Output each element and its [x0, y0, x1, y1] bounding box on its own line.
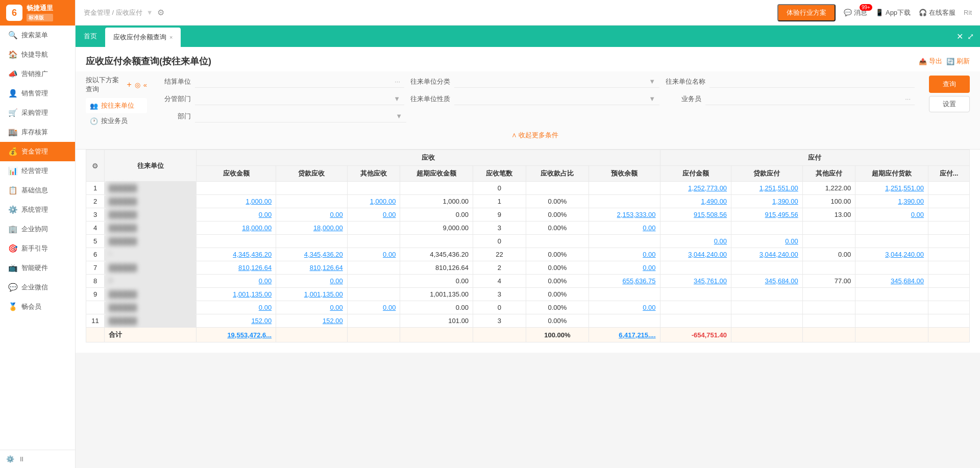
sidebar-label-inventory: 库存核算 [21, 128, 48, 137]
chat-icon: 💬 [8, 283, 17, 292]
col-overdue-payable: 超期应付货款 [855, 166, 928, 182]
sidebar-item-basic-info[interactable]: 📋 基础信息 [0, 181, 75, 200]
total-payable-extra [928, 328, 970, 342]
clipboard-icon: 📋 [8, 186, 17, 195]
sidebar: 6 畅捷通里 标准版 🔍 搜索菜单 🏠 快捷导航 📣 营销推广 👤 销售管理 🛒… [0, 0, 76, 468]
filter-target-icon[interactable]: ◎ [135, 81, 140, 89]
table-row: 11██████152.00152.00101.0030.00% [86, 314, 970, 328]
sidebar-label-enterprise: 企业协同 [21, 225, 48, 234]
topbar-nav: 资金管理 / 应收应付 ▼ ⚙ [84, 8, 769, 17]
table-row: 1██████01,252,773.001,251,551.001,222.00… [86, 182, 970, 195]
filter-collapse-icon[interactable]: « [143, 81, 147, 89]
cart-icon: 🛒 [8, 108, 17, 117]
query-button[interactable]: 查询 [929, 76, 970, 93]
total-receivable-amount[interactable]: 19,553,472,6... [197, 328, 276, 342]
filter-by-customer[interactable]: 👥 按往来单位 [86, 98, 147, 113]
sidebar-item-guide[interactable]: 🎯 新手引导 [0, 239, 75, 258]
sidebar-collapse-icon[interactable]: ⏸ [18, 455, 25, 463]
tab-close-icon[interactable]: × [169, 34, 173, 40]
sidebar-label-wechat: 企业微信 [21, 283, 48, 292]
sidebar-label-finance: 资金管理 [21, 147, 48, 156]
col-group-receivable: 应收 [197, 150, 660, 166]
department-select[interactable]: ▼ [195, 110, 406, 122]
home-icon: 🏠 [8, 50, 17, 59]
col-partner: 往来单位 [105, 150, 197, 182]
sidebar-item-system[interactable]: ⚙️ 系统管理 [0, 200, 75, 219]
sidebar-item-hardware[interactable]: 📺 智能硬件 [0, 258, 75, 278]
total-receivable-count [473, 328, 526, 342]
customer-service-label: 在线客服 [929, 8, 955, 17]
customer-service-button[interactable]: 🎧 在线客服 [919, 8, 955, 17]
dept-manager-select[interactable]: ▼ [195, 93, 404, 105]
sidebar-label-quick-nav: 快捷导航 [21, 50, 48, 59]
tab-ar-ap[interactable]: 应收应付余额查询 × [105, 28, 181, 47]
messages-button[interactable]: 💬 消息 99+ [844, 8, 867, 17]
tab-controls: ✕ ⤢ [957, 26, 980, 47]
sidebar-item-purchase[interactable]: 🛒 采购管理 [0, 103, 75, 122]
partner-nature-label: 往来单位性质 [410, 94, 450, 104]
total-overdue-payable [855, 328, 928, 342]
app-name: 畅捷通里 [27, 4, 53, 13]
col-payable-loan: 贷款应付 [731, 166, 803, 182]
chevron-up-icon: ∧ [511, 131, 517, 139]
sidebar-item-quick-nav[interactable]: 🏠 快捷导航 [0, 45, 75, 64]
total-label: 合计 [105, 328, 197, 342]
salesman-input[interactable]: ··· [705, 93, 915, 105]
sidebar-item-enterprise[interactable]: 🏢 企业协同 [0, 219, 75, 239]
sidebar-bottom: ⚙️ ⏸ [0, 450, 75, 468]
warehouse-icon: 🏬 [8, 128, 17, 137]
tabbar: 首页 应收应付余额查询 × ✕ ⤢ [76, 26, 980, 47]
table-row: ██████0.000.000.000.0000.00%0.00 [86, 301, 970, 314]
sidebar-item-finance[interactable]: 💰 资金管理 [0, 142, 75, 161]
sidebar-label-operations: 经营管理 [21, 166, 48, 176]
table-row: 9██████1,001,135.001,001,135.001,001,135… [86, 288, 970, 301]
partner-name-input[interactable] [709, 76, 915, 88]
collapse-filter-button[interactable]: ∧ 收起更多条件 [155, 128, 915, 143]
filter-salesman: 业务员 ··· [666, 93, 915, 105]
partner-category-select[interactable]: ▼ [454, 76, 659, 88]
app-download-button[interactable]: 📱 App下载 [875, 8, 911, 17]
total-label-num [86, 328, 105, 342]
user-account[interactable]: Rit [964, 9, 972, 16]
promo-button[interactable]: 体验行业方案 [777, 4, 836, 21]
phone-icon: 📱 [875, 9, 884, 16]
add-filter-icon[interactable]: + [127, 80, 131, 89]
filter-dept-manager: 分管部门 ▼ [155, 93, 404, 105]
finance-icon: 💰 [8, 147, 17, 156]
partner-nature-select[interactable]: ▼ [454, 93, 659, 105]
settlement-unit-input[interactable]: ··· [195, 76, 404, 88]
right-button-group: 查询 设置 [929, 76, 970, 143]
filter-header-label: 按以下方案查询 [86, 76, 124, 94]
sidebar-item-wechat[interactable]: 💬 企业微信 [0, 278, 75, 297]
message-badge: 99+ [860, 4, 872, 11]
tab-home-label: 首页 [84, 32, 97, 41]
gear-icon[interactable]: ⚙ [157, 8, 164, 17]
col-receivable-ratio: 应收款占比 [526, 166, 589, 182]
sidebar-item-sales[interactable]: 👤 销售管理 [0, 84, 75, 103]
data-table: ⚙ 往来单位 应收 应付 应收金额 贷款应收 其他应收 超期应收金额 应收笔数 [86, 150, 970, 342]
table-row: 2██████1,000.001,000.001,000.0010.00%1,4… [86, 195, 970, 208]
filter-by-salesman[interactable]: 🕐 按业务员 [86, 113, 147, 129]
sidebar-item-marketing[interactable]: 📣 营销推广 [0, 64, 75, 84]
col-overdue-receivable: 超期应收金额 [400, 166, 473, 182]
table-settings-button[interactable]: ⚙ [92, 162, 99, 170]
maximize-icon[interactable]: ⤢ [967, 32, 974, 41]
col-receivable-amount: 应收金额 [197, 166, 276, 182]
collapse-label: 收起更多条件 [519, 131, 558, 139]
sidebar-settings-icon[interactable]: ⚙️ [6, 455, 14, 463]
total-prepaid-balance[interactable]: 6,417,215.... [589, 328, 660, 342]
target-icon: 🎯 [8, 244, 17, 253]
sidebar-item-inventory[interactable]: 🏬 库存核算 [0, 122, 75, 142]
sidebar-item-operations[interactable]: 📊 经营管理 [0, 161, 75, 181]
export-button[interactable]: 📤 导出 [919, 57, 942, 66]
settings-button[interactable]: 设置 [929, 96, 970, 112]
tab-home[interactable]: 首页 [76, 26, 105, 47]
refresh-button[interactable]: 🔄 刷新 [946, 57, 970, 66]
close-window-icon[interactable]: ✕ [957, 32, 963, 41]
sidebar-item-search[interactable]: 🔍 搜索菜单 [0, 26, 75, 45]
page-actions: 📤 导出 🔄 刷新 [919, 57, 970, 66]
chevron-down-icon: ▼ [146, 9, 153, 16]
settings-icon: ⚙️ [8, 205, 17, 214]
chart-icon: 📊 [8, 166, 17, 176]
sidebar-item-member[interactable]: 🏅 畅会员 [0, 297, 75, 316]
